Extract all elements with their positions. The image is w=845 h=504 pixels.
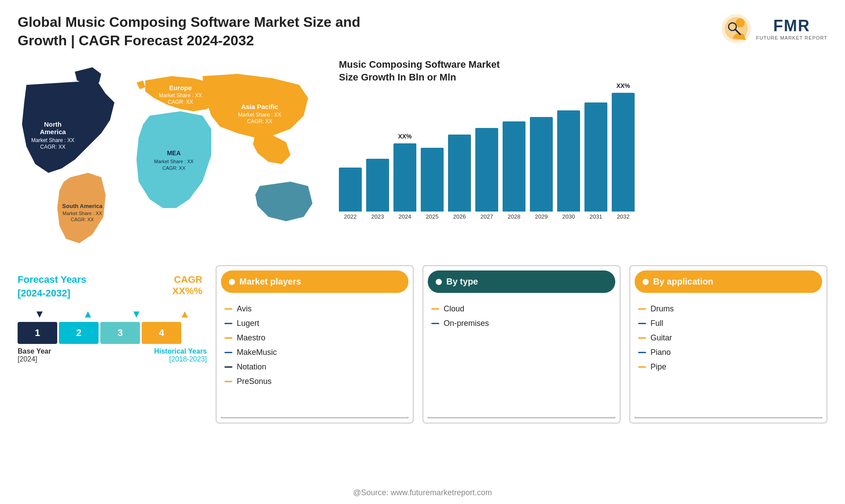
step-2: 2 (59, 322, 99, 344)
item-dash (638, 337, 646, 339)
bar-label-top: XX% (616, 82, 630, 91)
cards-area: Market playersAvisLugertMaestroMakeMusic… (216, 265, 827, 424)
svg-text:Asia Pacific: Asia Pacific (241, 103, 278, 110)
item-text: Piano (650, 348, 671, 357)
list-item: Guitar (638, 331, 819, 345)
timeline-area: Forecast Years [2024-2032] CAGR XX%% ▼ ▲… (18, 265, 207, 424)
bar-year: 2032 (617, 213, 630, 220)
info-card-by-type: By typeCloudOn-premises (422, 265, 621, 424)
bar-group: XX%2032 (612, 82, 635, 220)
svg-text:Market Share : XX: Market Share : XX (31, 137, 74, 143)
logo-fmr: FMR (773, 17, 810, 35)
bar-year: 2027 (481, 213, 493, 220)
item-dash (224, 366, 232, 368)
item-text: Cloud (444, 304, 464, 314)
card-header-by-type: By type (428, 270, 615, 293)
bar-year: 2031 (590, 213, 603, 220)
bar (557, 110, 580, 212)
item-text: Avis (237, 304, 252, 314)
bar-group: 2025 (421, 137, 444, 220)
bar-year: 2025 (426, 213, 439, 220)
svg-text:Market Share : XX: Market Share : XX (154, 159, 194, 164)
bar-group: 2027 (475, 117, 498, 220)
card-body-market-players: AvisLugertMaestroMakeMusicNotationPreSon… (217, 297, 413, 417)
bar-group: 2023 (366, 148, 389, 220)
bar-group: 2029 (530, 106, 553, 220)
logo-subtitle: FUTURE MARKET REPORT (756, 35, 827, 40)
item-text: Lugert (237, 319, 259, 328)
base-year-val: [2024] (18, 355, 51, 363)
bar-year: 2024 (399, 213, 411, 220)
item-text: Full (650, 319, 663, 328)
card-header-text: Market players (239, 277, 301, 287)
list-item: Avis (224, 302, 405, 316)
item-dash (224, 381, 232, 382)
item-dash (224, 323, 232, 324)
svg-point-2 (735, 18, 745, 27)
list-item: On-premises (431, 316, 612, 331)
card-body-by-application: DrumsFullGuitarPianoPipe (630, 297, 827, 417)
bar (366, 159, 389, 212)
svg-text:Market Share : XX: Market Share : XX (62, 211, 103, 216)
item-dash (224, 308, 232, 310)
bar-year: 2023 (371, 213, 384, 220)
list-item: Maestro (224, 331, 405, 345)
top-section: North America Market Share : XX CAGR: XX… (18, 58, 827, 252)
item-text: MakeMusic (237, 348, 277, 357)
map-container: North America Market Share : XX CAGR: XX… (18, 58, 326, 252)
chart-title: Music Composing Software Market Size Gro… (339, 58, 515, 84)
bar-chart: 20222023XX%20242025202620272028202920302… (339, 92, 827, 233)
card-header-by-application: By application (635, 270, 822, 293)
item-text: Maestro (237, 333, 265, 343)
card-header-market-players: Market players (221, 270, 408, 293)
svg-text:CAGR: XX: CAGR: XX (168, 99, 193, 105)
bar-year: 2030 (562, 213, 575, 220)
svg-text:America: America (40, 128, 66, 135)
item-text: PreSonus (237, 377, 272, 386)
bracket (221, 417, 408, 418)
bar (503, 121, 525, 212)
list-item: PreSonus (224, 374, 405, 389)
list-item: Drums (638, 302, 819, 316)
list-item: Cloud (431, 302, 612, 316)
main-container: Global Music Composing Software Market S… (0, 0, 845, 504)
svg-text:Market Share : XX: Market Share : XX (238, 112, 281, 118)
list-item: Piano (638, 345, 819, 360)
header: Global Music Composing Software Market S… (18, 13, 827, 50)
bar (475, 128, 498, 212)
info-card-market-players: Market playersAvisLugertMaestroMakeMusic… (216, 265, 414, 424)
item-dash (638, 366, 646, 368)
item-dash (638, 352, 646, 353)
card-dot (229, 279, 235, 285)
bar (393, 143, 416, 212)
source-bar: @Source: www.futuremarketreport.com (0, 488, 845, 497)
forecast-years: [2024-2032] (18, 288, 86, 299)
item-text: Guitar (650, 333, 672, 343)
info-card-by-application: By applicationDrumsFullGuitarPianoPipe (629, 265, 827, 424)
bracket (635, 417, 822, 418)
bar-group: 2031 (584, 92, 607, 220)
bar-year: 2029 (535, 213, 548, 220)
svg-text:North: North (44, 121, 62, 128)
item-dash (638, 308, 646, 310)
svg-text:South America: South America (62, 203, 103, 209)
svg-text:Europe: Europe (169, 84, 192, 91)
bar (612, 93, 635, 212)
item-dash (431, 323, 439, 324)
bar-group: 2026 (448, 124, 471, 220)
item-dash (224, 352, 232, 353)
logo-area: FMR FUTURE MARKET REPORT (721, 13, 827, 44)
list-item: Lugert (224, 316, 405, 331)
bar (421, 148, 444, 212)
bar-year: 2022 (344, 213, 357, 220)
chart-container: Music Composing Software Market Size Gro… (339, 58, 827, 252)
list-item: Notation (224, 360, 405, 374)
bar-label-top: XX% (398, 133, 411, 142)
bar-group: XX%2024 (393, 133, 416, 220)
bar (584, 102, 607, 212)
logo-icon (721, 13, 752, 44)
bar (530, 117, 553, 212)
steps-row: 1 2 3 4 (18, 322, 207, 344)
cagr-label: CAGR (173, 274, 202, 285)
item-dash (224, 337, 232, 339)
